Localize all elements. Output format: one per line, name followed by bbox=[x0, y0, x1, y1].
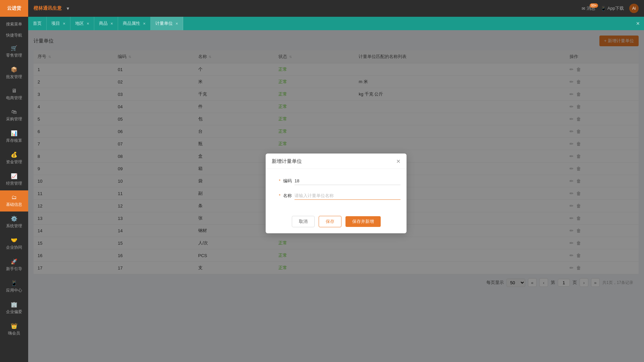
modal-footer: 取消 保存 保存并新增 bbox=[266, 212, 407, 233]
sidebar-item-label: 企业协同 bbox=[6, 245, 22, 250]
sidebar-item-label: 零售管理 bbox=[6, 53, 22, 58]
sidebar-item-partner[interactable]: 🤝 企业协同 bbox=[0, 233, 28, 254]
topbar-app-download[interactable]: 📱 App下载 bbox=[601, 5, 624, 11]
guide-icon: 🚀 bbox=[11, 258, 17, 265]
sidebar-item-label: 采购管理 bbox=[6, 116, 22, 122]
form-row-name: * 名称 bbox=[272, 192, 400, 200]
tab-product-label: 商品 bbox=[99, 20, 108, 26]
save-button[interactable]: 保存 bbox=[319, 216, 341, 227]
app-icon: 📱 bbox=[601, 6, 606, 11]
sidebar-item-guide[interactable]: 🚀 新手引导 bbox=[0, 254, 28, 276]
system-icon: ⚙️ bbox=[11, 216, 17, 222]
sidebar-item-label: 电商管理 bbox=[6, 95, 22, 101]
topbar-brand: 橙林通讯生意 bbox=[34, 5, 62, 11]
tab-product[interactable]: 商品 ✕ bbox=[94, 17, 118, 30]
operation-icon: 📈 bbox=[11, 173, 17, 179]
tab-project-label: 项目 bbox=[51, 20, 60, 26]
tab-attributes[interactable]: 商品属性 ✕ bbox=[118, 17, 151, 30]
content-area: 计量单位 + 新增计量单位 序号 ⇅ 编码 ⇅ 名称 ⇅ 状态 ⇅ 计量单位匹配… bbox=[28, 30, 644, 362]
ecommerce-icon: 🖥 bbox=[11, 88, 17, 94]
cancel-button[interactable]: 取消 bbox=[292, 216, 315, 227]
sidebar-item-operation[interactable]: 📈 经营管理 bbox=[0, 169, 28, 190]
tab-unit-label: 计量单位 bbox=[155, 20, 173, 26]
form-label-name: * 名称 bbox=[272, 193, 292, 199]
add-unit-modal: 新增计量单位 ✕ * 编码 * 名称 bbox=[266, 154, 407, 233]
topbar: 橙林通讯生意 ▼ ✉ 消息 99+ 📱 App下载 Ai bbox=[28, 0, 644, 17]
inventory-icon: 📊 bbox=[11, 130, 17, 136]
sidebar-search[interactable]: 搜索菜单 bbox=[0, 17, 28, 30]
tab-attributes-close[interactable]: ✕ bbox=[143, 22, 146, 25]
message-icon: ✉ bbox=[582, 6, 585, 11]
sidebar-item-ecommerce[interactable]: 🖥 电商管理 bbox=[0, 84, 28, 105]
sidebar-item-vip[interactable]: 👑 嗨会员 bbox=[0, 319, 28, 340]
form-label-code: * 编码 bbox=[272, 178, 292, 184]
topbar-right: ✉ 消息 99+ 📱 App下载 Ai bbox=[582, 4, 639, 13]
appcenter-icon: 📱 bbox=[11, 280, 17, 286]
finance-icon: 💰 bbox=[11, 152, 17, 158]
tab-project[interactable]: 项目 ✕ bbox=[47, 17, 70, 30]
sidebar-item-label: 库存核算 bbox=[6, 138, 22, 143]
purchase-icon: 🛍 bbox=[11, 109, 17, 115]
sidebar-item-basic[interactable]: 🗂 基础信息 bbox=[0, 190, 28, 212]
tabbar-close-all[interactable]: ✕ bbox=[632, 21, 644, 26]
partner-icon: 🤝 bbox=[11, 237, 17, 243]
sidebar-item-appcenter[interactable]: 📱 应用中心 bbox=[0, 276, 28, 297]
sidebar-logo: 云进货 bbox=[0, 0, 28, 17]
modal-close-button[interactable]: ✕ bbox=[396, 158, 400, 165]
code-label-text: 编码 bbox=[283, 178, 292, 183]
sidebar-item-enterprise[interactable]: 🏢 企业偏爱 bbox=[0, 297, 28, 319]
sidebar-item-label: 系统管理 bbox=[6, 223, 22, 229]
tab-region-close[interactable]: ✕ bbox=[87, 22, 89, 25]
sidebar-item-label: 基础信息 bbox=[6, 202, 22, 207]
code-input[interactable] bbox=[294, 177, 400, 185]
sidebar-item-finance[interactable]: 💰 资金管理 bbox=[0, 147, 28, 169]
avatar[interactable]: Ai bbox=[629, 4, 639, 13]
modal-header: 新增计量单位 ✕ bbox=[266, 154, 407, 169]
topbar-left: 橙林通讯生意 ▼ bbox=[34, 5, 70, 11]
main-area: 橙林通讯生意 ▼ ✉ 消息 99+ 📱 App下载 Ai 首页 项目 ✕ bbox=[28, 0, 644, 362]
sidebar-item-wholesale[interactable]: 📦 批发管理 bbox=[0, 62, 28, 84]
sidebar-item-retail[interactable]: 🛒 零售管理 bbox=[0, 41, 28, 62]
tab-home-label: 首页 bbox=[33, 20, 42, 26]
sidebar-item-label: 批发管理 bbox=[6, 74, 22, 80]
name-label-text: 名称 bbox=[283, 193, 292, 198]
tab-region-label: 地区 bbox=[75, 20, 84, 26]
modal-overlay[interactable]: 新增计量单位 ✕ * 编码 * 名称 bbox=[28, 30, 644, 362]
logo-text: 云进货 bbox=[7, 5, 21, 11]
form-row-code: * 编码 bbox=[272, 177, 400, 185]
required-star-code: * bbox=[279, 178, 280, 183]
sidebar: 云进货 搜索菜单 快捷导航 🛒 零售管理 📦 批发管理 🖥 电商管理 🛍 采购管… bbox=[0, 0, 28, 362]
wholesale-icon: 📦 bbox=[11, 66, 17, 73]
sidebar-item-label: 应用中心 bbox=[6, 288, 22, 293]
sidebar-item-label: 嗨会员 bbox=[8, 330, 20, 336]
tab-unit[interactable]: 计量单位 ✕ bbox=[151, 17, 183, 30]
avatar-text: Ai bbox=[632, 6, 636, 11]
sidebar-item-label: 企业偏爱 bbox=[6, 309, 22, 315]
name-input[interactable] bbox=[294, 192, 400, 200]
tab-region[interactable]: 地区 ✕ bbox=[70, 17, 94, 30]
sidebar-item-label: 新手引导 bbox=[6, 266, 22, 272]
vip-icon: 👑 bbox=[11, 323, 17, 329]
topbar-arrow: ▼ bbox=[66, 6, 70, 11]
message-badge: 99+ bbox=[590, 3, 598, 8]
sidebar-item-inventory[interactable]: 📊 库存核算 bbox=[0, 126, 28, 147]
sidebar-item-system[interactable]: ⚙️ 系统管理 bbox=[0, 212, 28, 233]
modal-title: 新增计量单位 bbox=[272, 158, 302, 165]
tab-product-close[interactable]: ✕ bbox=[110, 22, 113, 25]
modal-body: * 编码 * 名称 bbox=[266, 169, 407, 212]
app-label: App下载 bbox=[607, 5, 624, 11]
sidebar-item-label: 经营管理 bbox=[6, 181, 22, 186]
retail-icon: 🛒 bbox=[11, 45, 17, 51]
topbar-message[interactable]: ✉ 消息 99+ bbox=[582, 5, 595, 11]
tab-project-close[interactable]: ✕ bbox=[63, 22, 65, 25]
enterprise-icon: 🏢 bbox=[11, 301, 17, 308]
save-and-new-button[interactable]: 保存并新增 bbox=[345, 216, 381, 227]
tab-unit-close[interactable]: ✕ bbox=[175, 22, 178, 25]
sidebar-nav-label: 快捷导航 bbox=[0, 30, 28, 41]
tab-home[interactable]: 首页 bbox=[28, 17, 47, 30]
tab-attributes-label: 商品属性 bbox=[123, 20, 140, 26]
sidebar-item-label: 资金管理 bbox=[6, 159, 22, 165]
sidebar-item-purchase[interactable]: 🛍 采购管理 bbox=[0, 105, 28, 126]
required-star-name: * bbox=[279, 193, 280, 198]
basic-icon: 🗂 bbox=[11, 194, 17, 200]
